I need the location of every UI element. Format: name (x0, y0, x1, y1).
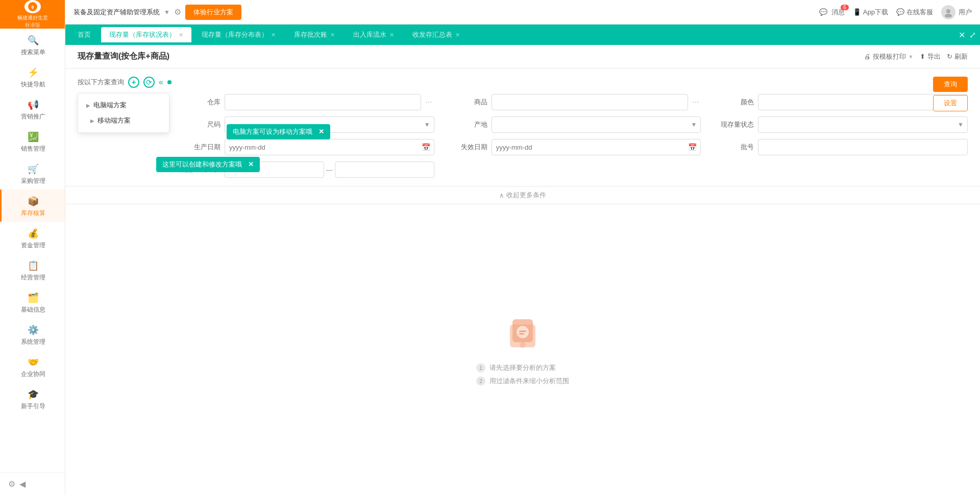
tab-close-stock_status[interactable]: ✕ (179, 32, 183, 38)
refresh-label: 刷新 (954, 52, 968, 61)
sidebar-item-purchase[interactable]: 🛒 采购管理 (0, 157, 65, 190)
tab-close-in_out_flow[interactable]: ✕ (389, 32, 394, 38)
refresh-btn[interactable]: ↻ 刷新 (947, 52, 968, 61)
filter-row-warehouse: 仓库 ··· (180, 94, 434, 110)
reset-btn[interactable]: 设置 (933, 95, 968, 111)
size-label: 尺码 (180, 120, 220, 129)
sidebar-item-finance[interactable]: 💰 资金管理 (0, 222, 65, 254)
app-download-label: App下载 (863, 8, 888, 17)
scheme-item-mobile[interactable]: ▶ 移动端方案 (78, 113, 169, 128)
settings-header-icon[interactable]: ⚙ (174, 7, 181, 17)
stock-status-select[interactable] (758, 116, 968, 133)
tab-receive_summary[interactable]: 收发存汇总表✕ (404, 27, 468, 42)
message-icon: 💬 (819, 8, 827, 16)
page-actions: 🖨 按模板打印 ▼ ⬆ 导出 ↻ 刷新 (864, 52, 968, 61)
tooltip-desktop-scheme: 电脑方案可设为移动方案哦 ✕ (227, 124, 330, 139)
stock-main-to[interactable] (335, 161, 434, 178)
close-all-icon[interactable]: ✕ (959, 30, 965, 40)
operation-label: 经营管理 (21, 273, 45, 282)
page-header: 现存量查询(按仓库+商品) 🖨 按模板打印 ▼ ⬆ 导出 ↻ 刷新 (65, 45, 980, 68)
filter-row-expire-date: 失效日期 📅 (447, 139, 701, 155)
tab-close-receive_summary[interactable]: ✕ (455, 32, 460, 38)
scheme-item-desktop[interactable]: ▶ 电脑端方案 (78, 98, 169, 113)
sidebar-item-operation[interactable]: 📋 经营管理 (0, 254, 65, 286)
sidebar-item-corp[interactable]: 🤝 企业协同 (0, 350, 65, 383)
print-arrow: ▼ (908, 54, 914, 60)
color-label: 颜色 (713, 98, 754, 107)
active-indicator (167, 80, 172, 84)
sidebar-item-sales[interactable]: 💹 销售管理 (0, 125, 65, 157)
sidebar-item-base[interactable]: 🗂️ 基础信息 (0, 286, 65, 318)
sidebar-item-stock[interactable]: 📦 库存核算 (0, 190, 65, 222)
sidebar-item-guide[interactable]: 🎓 新手引导 (0, 383, 65, 415)
app-download-icon: 📱 (853, 8, 861, 16)
filter-add-btn[interactable]: + (128, 77, 139, 88)
guide-label: 新手引导 (21, 402, 45, 411)
purchase-label: 采购管理 (21, 177, 45, 185)
collapse-row: ∧ 收起更多条件 (65, 186, 980, 204)
expand-arrow: ▶ (86, 103, 90, 108)
expand-icon[interactable]: ⤢ (969, 30, 976, 40)
tooltip-create-scheme: 这里可以创建和修改方案哦 ✕ (156, 157, 260, 172)
batch-input[interactable] (758, 139, 968, 155)
print-btn[interactable]: 🖨 按模板打印 ▼ (864, 52, 914, 61)
tip-text-1: 请先选择要分析的方案 (489, 363, 556, 372)
tab-batch_ledger[interactable]: 库存批次账✕ (286, 27, 343, 42)
expire-date-label: 失效日期 (447, 143, 487, 152)
query-btn[interactable]: 查询 (933, 77, 968, 92)
logo-icon: 6 (24, 0, 41, 13)
app-download[interactable]: 📱 App下载 (853, 8, 888, 17)
sidebar-item-search[interactable]: 🔍 搜索菜单 (0, 29, 65, 61)
message-area[interactable]: 💬 6 消息 (819, 8, 845, 17)
operation-icon: 📋 (28, 260, 39, 271)
online-support[interactable]: 💬 在线客服 (896, 8, 933, 17)
tab-stock_status[interactable]: 现存量（库存状况表）✕ (101, 27, 191, 42)
warehouse-label: 仓库 (180, 98, 220, 107)
filter-scheme-btn[interactable]: ⟳ (143, 77, 155, 88)
base-icon: 🗂️ (28, 292, 39, 303)
range-sep: — (326, 166, 333, 174)
svg-text:6: 6 (31, 5, 34, 10)
system-title: 装备及固定资产辅助管理系统 (74, 8, 160, 17)
scheme-mobile-label: 移动端方案 (97, 116, 131, 125)
tooltip2-text: 这里可以创建和修改方案哦 (162, 160, 242, 168)
experience-btn[interactable]: 体验行业方案 (185, 5, 241, 20)
tab-close-stock_dist[interactable]: ✕ (271, 32, 276, 38)
sales-icon: 💹 (28, 131, 39, 143)
filter-row-goods: 商品 ··· (447, 94, 701, 110)
query-buttons: 查询 设置 (933, 77, 968, 111)
quick-icon: ⚡ (28, 67, 39, 78)
tab-in_out_flow[interactable]: 出入库流水✕ (345, 27, 402, 42)
empty-tip-2: 2 用过滤条件来缩小分析范围 (476, 376, 569, 386)
tooltip2-close[interactable]: ✕ (248, 160, 254, 168)
tab-label-batch_ledger: 库存批次账 (294, 30, 327, 39)
filter-back-arrow[interactable]: « (159, 78, 163, 87)
sidebar-item-system[interactable]: ⚙️ 系统管理 (0, 318, 65, 350)
tooltip1-close[interactable]: ✕ (318, 128, 324, 135)
system-title-arrow[interactable]: ▼ (164, 9, 170, 16)
user-area[interactable]: 用户 (941, 5, 972, 19)
origin-select[interactable] (492, 116, 701, 133)
sidebar-item-quick[interactable]: ⚡ 快捷导航 (0, 61, 65, 93)
warehouse-input[interactable] (225, 94, 421, 110)
tab-stock_dist[interactable]: 现存量（库存分布表）✕ (193, 27, 284, 42)
settings-icon[interactable]: ⚙ (8, 479, 15, 489)
svg-rect-8 (519, 333, 524, 335)
user-avatar (941, 5, 955, 19)
tab-home[interactable]: 首页 (69, 27, 99, 42)
goods-more-btn[interactable]: ··· (690, 98, 701, 107)
tab-label-stock_dist: 现存量（库存分布表） (202, 30, 268, 39)
sidebar-bottom: ⚙ ◀ (0, 473, 65, 495)
sidebar-item-marketing[interactable]: 📢 营销推广 (0, 93, 65, 125)
expire-date-input[interactable] (492, 139, 701, 155)
produce-date-input[interactable] (225, 139, 434, 155)
collapse-sidebar-icon[interactable]: ◀ (19, 479, 26, 489)
tab-close-batch_ledger[interactable]: ✕ (330, 32, 335, 38)
export-btn[interactable]: ⬆ 导出 (920, 52, 941, 61)
finance-label: 资金管理 (21, 241, 45, 250)
collapse-btn[interactable]: ∧ 收起更多条件 (499, 191, 546, 200)
search-icon: 🔍 (28, 35, 39, 46)
warehouse-more-btn[interactable]: ··· (423, 98, 434, 107)
goods-input[interactable] (492, 94, 688, 110)
filter-row-batch: 批号 (713, 139, 968, 155)
